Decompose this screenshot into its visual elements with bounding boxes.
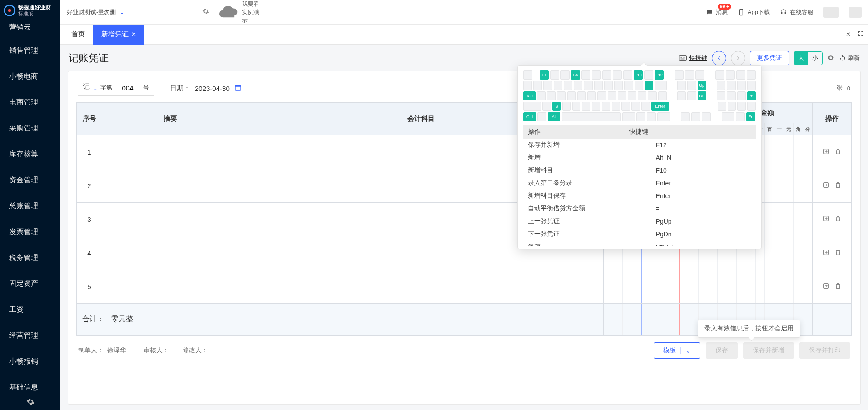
sidebar-item[interactable]: 经营管理	[0, 323, 60, 349]
sidebar-item[interactable]: 小畅报销	[0, 349, 60, 375]
fullscreen-button[interactable]	[857, 30, 864, 39]
add-row-button[interactable]	[823, 249, 830, 257]
shortcut-button[interactable]: 快捷键	[679, 54, 707, 62]
voucher-number-input[interactable]	[115, 84, 140, 92]
sidebar-item[interactable]: 总账管理	[0, 193, 60, 219]
modifier-info: 修改人：	[183, 346, 208, 355]
chevron-down-icon[interactable]: ⌄	[93, 85, 98, 92]
chevron-down-icon: ⌄	[685, 347, 691, 354]
app-download-button[interactable]: App下载	[738, 8, 770, 16]
size-big[interactable]: 大	[794, 52, 808, 65]
sidebar-item[interactable]: 发票管理	[0, 219, 60, 245]
sidebar: 畅捷通好业财 标准版 营销云 销售管理 小畅电商 电商管理 采购管理 库存核算 …	[0, 0, 60, 410]
shortcut-op: 保存并新增	[523, 139, 651, 151]
total-row: 合计： 零元整	[77, 304, 604, 335]
headset-icon	[780, 9, 787, 16]
message-badge: 99 +	[718, 4, 731, 10]
shortcut-popover: F1F4F10F12 =Up TabDn+ SEnter CtrlAltEn 操…	[517, 65, 762, 249]
customer-service-button[interactable]: 在线客服	[780, 8, 813, 16]
sidebar-item[interactable]: 库存核算	[0, 141, 60, 167]
expand-icon	[857, 30, 864, 37]
delete-row-button[interactable]	[834, 249, 842, 257]
tab-home[interactable]: 首页	[63, 25, 93, 45]
shortcut-op: 保存	[523, 240, 651, 246]
gear-icon	[26, 398, 35, 406]
brand-icon	[4, 5, 15, 16]
sidebar-item[interactable]: 采购管理	[0, 115, 60, 141]
chevron-down-icon: ⌄	[119, 9, 124, 15]
size-toggle[interactable]: 大 小	[794, 51, 823, 65]
next-voucher-button[interactable]	[731, 51, 745, 65]
summary-cell[interactable]	[102, 135, 238, 169]
add-row-button[interactable]	[823, 215, 830, 224]
add-row-button[interactable]	[823, 181, 830, 190]
table-row[interactable]: 5	[77, 270, 852, 304]
attachment-button[interactable]: 0	[846, 85, 850, 92]
more-vouchers-button[interactable]: 更多凭证	[750, 51, 789, 65]
tab-close-button[interactable]: ✕	[846, 31, 851, 38]
account-cell[interactable]	[238, 270, 604, 304]
debit-cell[interactable]	[604, 270, 708, 304]
avatar[interactable]	[823, 7, 839, 18]
template-button[interactable]: 模板⌄	[654, 342, 700, 359]
delete-row-button[interactable]	[834, 215, 842, 224]
message-icon	[706, 9, 713, 16]
add-row-button[interactable]	[823, 148, 830, 156]
svg-rect-7	[684, 57, 685, 58]
avatar-secondary[interactable]	[849, 7, 862, 18]
prev-voucher-button[interactable]	[712, 51, 726, 65]
svg-rect-3	[679, 56, 687, 61]
delete-row-button[interactable]	[834, 181, 842, 190]
settings-button[interactable]	[0, 394, 60, 410]
sidebar-item[interactable]: 税务管理	[0, 245, 60, 271]
tab-bar: 首页 新增凭证 ✕ ✕	[60, 25, 868, 45]
credit-cell[interactable]	[708, 270, 813, 304]
shortcut-op: 自动平衡借贷方金额	[523, 202, 651, 215]
size-small[interactable]: 小	[808, 52, 822, 65]
close-icon[interactable]: ✕	[131, 31, 136, 38]
save-new-button[interactable]: 保存并新增	[743, 342, 794, 359]
sidebar-item[interactable]: 小畅电商	[0, 64, 60, 90]
summary-cell[interactable]	[102, 270, 238, 304]
summary-cell[interactable]	[102, 236, 238, 270]
sidebar-item[interactable]: 电商管理	[0, 90, 60, 115]
calendar-icon[interactable]	[234, 84, 242, 93]
delete-row-button[interactable]	[834, 282, 842, 291]
shortcut-col-op: 操作	[523, 125, 625, 139]
mobile-icon	[738, 9, 745, 16]
shortcut-key: Enter	[651, 177, 756, 190]
brand-version: 标准版	[18, 11, 51, 16]
sidebar-item[interactable]: 销售管理	[0, 38, 60, 64]
disabled-tip: 录入有效信息后，按钮才会启用	[698, 320, 800, 338]
sidebar-item[interactable]: 固定资产	[0, 271, 60, 297]
col-index: 序号	[77, 103, 102, 135]
sidebar-item[interactable]: 资金管理	[0, 167, 60, 193]
topbar: 好业财测试-量勿删 ⌄ 我要看实例演示 消息 99 + App下载	[60, 0, 868, 25]
org-settings-button[interactable]	[202, 8, 209, 16]
demo-link[interactable]: 我要看实例演示	[218, 0, 262, 25]
save-button[interactable]: 保存	[706, 342, 738, 359]
save-print-button[interactable]: 保存并打印	[799, 342, 850, 359]
preview-button[interactable]	[827, 54, 834, 63]
brand-logo: 畅捷通好业财 标准版	[0, 0, 60, 21]
messages-button[interactable]: 消息 99 +	[706, 8, 728, 16]
shortcut-op: 新增科目保存	[523, 190, 651, 202]
sidebar-item[interactable]: 基础信息	[0, 375, 60, 394]
svg-rect-5	[681, 57, 682, 58]
summary-cell[interactable]	[102, 203, 238, 236]
shortcut-op: 录入第二条分录	[523, 177, 651, 190]
tab-new-voucher[interactable]: 新增凭证 ✕	[93, 25, 144, 45]
sidebar-item[interactable]: 营销云	[0, 21, 60, 38]
refresh-button[interactable]: 刷新	[839, 54, 860, 62]
date-value[interactable]: 2023-04-30	[195, 85, 230, 92]
shortcut-op: 新增科目	[523, 164, 651, 177]
org-name: 好业财测试-量勿删	[67, 8, 116, 16]
sidebar-item[interactable]: 工资	[0, 297, 60, 323]
col-summary: 摘要	[102, 103, 238, 135]
summary-cell[interactable]	[102, 169, 238, 203]
org-selector[interactable]: 好业财测试-量勿删 ⌄	[67, 8, 194, 16]
page-header: 记账凭证 快捷键 更多凭证 大 小 刷	[68, 49, 861, 66]
add-row-button[interactable]	[823, 282, 830, 291]
shortcut-key: Alt+N	[651, 151, 756, 164]
delete-row-button[interactable]	[834, 148, 842, 156]
